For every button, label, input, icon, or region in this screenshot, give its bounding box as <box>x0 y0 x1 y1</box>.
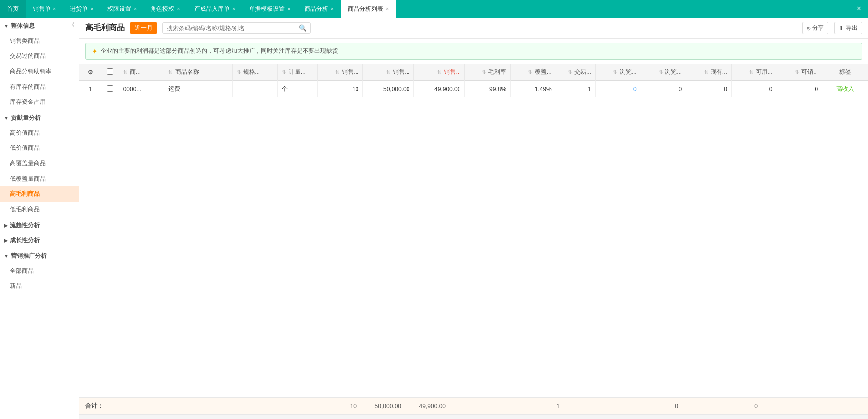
arrow-right-icon-2: ▶ <box>4 238 8 243</box>
cell-gross-rate: 99.8% <box>465 81 511 97</box>
nav-finished-goods[interactable]: 产成品入库单 × <box>187 0 242 18</box>
th-tag: 标签 <box>822 64 868 81</box>
th-spec: ⇅ 规格... <box>232 64 278 81</box>
top-nav: 首页 销售单 × 进货单 × 权限设置 × 角色授权 × 产成品入库单 × 单据… <box>0 0 868 18</box>
th-code: ⇅ 商... <box>119 64 164 81</box>
sidebar-item-all-goods[interactable]: 全部商品 <box>0 263 79 279</box>
arrow-down-icon-3: ▼ <box>4 253 9 259</box>
sidebar-group-growth[interactable]: ▶ 成长性分析 <box>0 233 79 248</box>
settings-icon[interactable]: ⚙ <box>88 69 93 76</box>
sidebar-collapse-button[interactable]: 《 <box>67 20 77 30</box>
window-close-button[interactable]: × <box>850 4 868 13</box>
footer-summary: 合计： 10 50,000.00 49,900.00 1 0 0 <box>79 397 868 414</box>
th-settings[interactable]: ⚙ <box>79 64 102 81</box>
th-checkbox[interactable] <box>102 64 119 81</box>
footer-sales-amt: 50,000.00 <box>360 403 405 410</box>
cell-sell: 0 <box>777 81 822 97</box>
cell-num: 1 <box>79 81 102 97</box>
sort-icon-12[interactable]: ⇅ <box>659 69 663 75</box>
nav-sales-order-close[interactable]: × <box>53 6 56 12</box>
sidebar-group-trend[interactable]: ▶ 流趋性分析 <box>0 217 79 233</box>
sort-icon-4[interactable]: ⇅ <box>282 69 286 75</box>
nav-permission-settings[interactable]: 权限设置 × <box>101 0 144 18</box>
cell-unit: 个 <box>278 81 317 97</box>
sidebar-item-low-coverage[interactable]: 低覆盖量商品 <box>0 171 79 186</box>
content-header: 高毛利商品 近一月 🔍 ⎋ 分享 ⬆ 导出 <box>79 18 868 39</box>
nav-product-analysis-list[interactable]: 商品分析列表 × <box>341 0 396 18</box>
footer-trans: 1 <box>529 403 563 410</box>
time-filter-button[interactable]: 近一月 <box>130 22 157 34</box>
sidebar-item-low-value[interactable]: 低价值商品 <box>0 140 79 156</box>
th-sell: ⇅ 可销... <box>777 64 822 81</box>
sidebar: 《 ▼ 整体信息 销售类商品 交易过的商品 商品分销助销率 有库存的商品 库存资… <box>0 18 79 419</box>
sidebar-item-sales-goods[interactable]: 销售类商品 <box>0 33 79 48</box>
sidebar-item-low-margin[interactable]: 低毛利商品 <box>0 202 79 217</box>
cell-avail2: 0 <box>731 81 777 97</box>
sort-icon[interactable]: ⇅ <box>123 69 127 75</box>
nav-finished-goods-close[interactable]: × <box>232 6 235 12</box>
cell-check[interactable] <box>102 81 119 97</box>
sidebar-item-high-value[interactable]: 高价值商品 <box>0 125 79 140</box>
sort-icon-3[interactable]: ⇅ <box>237 69 241 75</box>
arrow-down-icon-2: ▼ <box>4 115 9 121</box>
sort-icon-9[interactable]: ⇅ <box>528 69 532 75</box>
sort-icon-10[interactable]: ⇅ <box>568 69 572 75</box>
arrow-right-icon: ▶ <box>4 223 8 228</box>
nav-template-settings[interactable]: 单据模板设置 × <box>242 0 297 18</box>
search-icon[interactable]: 🔍 <box>299 24 306 32</box>
main-layout: 《 ▼ 整体信息 销售类商品 交易过的商品 商品分销助销率 有库存的商品 库存资… <box>0 18 868 419</box>
sidebar-item-high-coverage[interactable]: 高覆盖量商品 <box>0 156 79 171</box>
sidebar-item-stock-capital[interactable]: 库存资金占用 <box>0 94 79 110</box>
nav-role-auth-close[interactable]: × <box>177 6 180 12</box>
sort-icon-15[interactable]: ⇅ <box>795 69 799 75</box>
nav-purchase-order-close[interactable]: × <box>90 6 93 12</box>
nav-template-settings-close[interactable]: × <box>287 6 290 12</box>
th-trans: ⇅ 交易... <box>556 64 595 81</box>
sidebar-item-distribution-rate[interactable]: 商品分销助销率 <box>0 64 79 79</box>
sort-icon-8[interactable]: ⇅ <box>482 69 486 75</box>
cell-sales-amt: 50,000.00 <box>363 81 414 97</box>
nav-sales-order[interactable]: 销售单 × <box>26 0 63 18</box>
sort-icon-5[interactable]: ⇅ <box>335 69 339 75</box>
bottom-scrollbar[interactable] <box>79 414 868 419</box>
nav-product-analysis-close[interactable]: × <box>331 6 334 12</box>
export-button[interactable]: ⬆ 导出 <box>834 22 862 34</box>
sort-icon-14[interactable]: ⇅ <box>749 69 753 75</box>
sort-icon-6[interactable]: ⇅ <box>386 69 390 75</box>
search-input[interactable] <box>167 25 299 32</box>
footer-sales-qty: 10 <box>321 403 360 410</box>
nav-product-analysis-list-close[interactable]: × <box>386 6 389 12</box>
footer-sales-profit: 49,900.00 <box>405 403 450 410</box>
th-browse1: ⇅ 浏览... <box>595 64 641 81</box>
select-all-checkbox[interactable] <box>107 68 113 75</box>
tag-label: 高收入 <box>836 85 854 92</box>
nav-role-auth[interactable]: 角色授权 × <box>144 0 187 18</box>
footer-label: 合计： <box>85 402 103 410</box>
export-icon: ⬆ <box>839 25 844 32</box>
table-container[interactable]: ⚙ ⇅ 商... ⇅ 商品名称 <box>79 64 868 397</box>
sidebar-item-in-stock[interactable]: 有库存的商品 <box>0 79 79 94</box>
cell-browse1[interactable]: 0 <box>595 81 641 97</box>
th-avail1: ⇅ 现有... <box>686 64 732 81</box>
nav-home[interactable]: 首页 <box>0 0 26 18</box>
table-header-row: ⚙ ⇅ 商... ⇅ 商品名称 <box>79 64 868 81</box>
share-button[interactable]: ⎋ 分享 <box>802 22 828 34</box>
cell-trans: 1 <box>556 81 595 97</box>
sort-icon-13[interactable]: ⇅ <box>704 69 708 75</box>
row-checkbox[interactable] <box>107 85 113 92</box>
sidebar-item-high-margin[interactable]: 高毛利商品 <box>0 186 79 202</box>
info-icon: ✦ <box>92 47 98 55</box>
th-avail2: ⇅ 可用... <box>731 64 777 81</box>
sidebar-item-new-products[interactable]: 新品 <box>0 279 79 294</box>
content-area: 高毛利商品 近一月 🔍 ⎋ 分享 ⬆ 导出 ✦ 企业的主要的利润都是这部分商品创… <box>79 18 868 419</box>
sidebar-group-marketing[interactable]: ▼ 营销推广分析 <box>0 248 79 263</box>
nav-product-analysis[interactable]: 商品分析 × <box>298 0 341 18</box>
sort-icon-2[interactable]: ⇅ <box>168 69 172 75</box>
sidebar-item-traded-goods[interactable]: 交易过的商品 <box>0 48 79 64</box>
sort-icon-7[interactable]: ⇅ <box>437 69 441 75</box>
th-sales-profit: ⇅ 销售... <box>414 64 465 81</box>
sort-icon-11[interactable]: ⇅ <box>613 69 617 75</box>
sidebar-group-contribution[interactable]: ▼ 贡献量分析 <box>0 110 79 125</box>
nav-purchase-order[interactable]: 进货单 × <box>63 0 100 18</box>
nav-permission-settings-close[interactable]: × <box>134 6 137 12</box>
